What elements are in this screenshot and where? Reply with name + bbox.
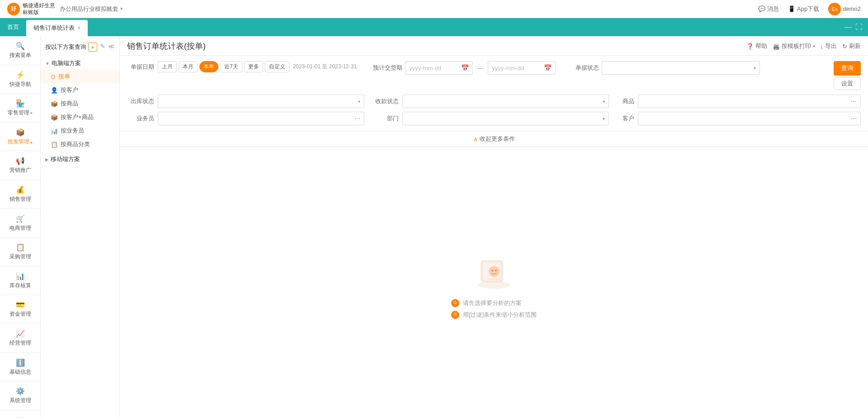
collapse-bar[interactable]: ∧ 收起更多条件 <box>120 131 868 147</box>
bill-status-label: 单据状态 <box>572 64 599 72</box>
date-btn-custom[interactable]: 自定义 <box>265 61 289 72</box>
delivery-status-arrow-icon: ▾ <box>358 99 360 104</box>
sidebar-item-basic[interactable]: ℹ️ 基础信息 <box>0 353 40 382</box>
scheme-item-by-order[interactable]: ⊙ 按单 <box>41 70 119 83</box>
collapse-scheme-icon[interactable]: ≪ <box>108 43 115 52</box>
template-print-button[interactable]: 🖨️ 按模板打印 ▾ <box>773 42 815 50</box>
salesperson-dots-icon[interactable]: ··· <box>354 114 360 123</box>
tab-close-icon[interactable]: × <box>77 25 80 31</box>
svg-rect-5 <box>490 281 499 282</box>
scheme-panel: 按以下方案查询 + ✎ ≪ ▼ 电脑端方案 ⊙ 按单 👤 <box>41 36 120 418</box>
wholesale-collapse-icon: ▴ <box>30 140 33 144</box>
query-button[interactable]: 查询 <box>834 61 861 76</box>
sidebar-item-wholesale[interactable]: 📦 批发管理 ▴ <box>0 123 40 152</box>
product-dots-icon[interactable]: ··· <box>851 97 857 105</box>
scheme-section-mobile-header[interactable]: ▶ 移动端方案 <box>41 153 119 166</box>
date-btn-last-month[interactable]: 上月 <box>158 61 177 72</box>
export-icon: ↓ <box>821 43 824 50</box>
expected-delivery-label: 预计交货期 <box>373 64 402 72</box>
product-label: 商品 <box>616 97 634 105</box>
sidebar-item-quick-nav[interactable]: ⚡ 快捷导航 <box>0 65 40 94</box>
help-button[interactable]: ❓ 帮助 <box>746 42 767 50</box>
sidebar-item-finance[interactable]: 💳 资金管理 <box>0 295 40 324</box>
title-arrow-icon[interactable]: ▾ <box>120 6 123 12</box>
search-icon: 🔍 <box>16 42 25 50</box>
sidebar-item-operations[interactable]: 📈 经营管理 <box>0 324 40 353</box>
scheme-item-by-salesperson[interactable]: 📊 按业务员 <box>41 124 119 138</box>
bill-status-select[interactable]: ▾ <box>602 61 760 75</box>
sidebar-item-purchase[interactable]: 📋 采购管理 <box>0 238 40 266</box>
top-bar: 好 畅捷通好生意 标账版 办公用品行业模拟账套 ▾ 💬 消息 📱 App下载 E… <box>0 0 868 18</box>
sidebar-item-marketing[interactable]: 📢 营销推广 <box>0 151 40 180</box>
help-icon: ❓ <box>746 43 754 50</box>
payment-status-label: 收款状态 <box>372 97 399 105</box>
query-settings-group: 查询 设置 <box>834 61 861 90</box>
add-scheme-button[interactable]: + <box>88 43 97 52</box>
customer-dots-icon[interactable]: ··· <box>851 114 857 123</box>
logo-area: 好 畅捷通好生意 标账版 <box>7 2 55 15</box>
svg-rect-4 <box>487 278 501 280</box>
date-label: 单据日期 <box>127 63 154 71</box>
main-layout: 🔍 搜索菜单 ⚡ 快捷导航 🏪 零售管理 ▾ 📦 批发管理 ▴ 📢 营销推广 <box>0 36 868 418</box>
app-title: 办公用品行业模拟账套 ▾ <box>60 5 123 13</box>
basic-icon: ℹ️ <box>16 358 25 367</box>
edit-scheme-icon[interactable]: ✎ <box>100 43 105 52</box>
tab-minimize-button[interactable]: — <box>844 23 852 31</box>
by-salesperson-icon: 📊 <box>51 128 58 134</box>
refresh-button[interactable]: ↻ 刷新 <box>842 42 861 50</box>
date-btn-7days[interactable]: 近7天 <box>220 61 242 72</box>
delivery-status-select[interactable]: ▾ <box>158 95 364 108</box>
sidebar-item-enterprise[interactable]: 🤝 企业协同 <box>0 410 40 418</box>
tab-home[interactable]: 首页 <box>0 18 26 36</box>
date-btn-this-year[interactable]: 本年 <box>199 61 218 72</box>
scheme-section-mobile: ▶ 移动端方案 <box>41 153 119 166</box>
tab-active[interactable]: 销售订单统计表 × <box>26 20 88 36</box>
sidebar-item-retail[interactable]: 🏪 零售管理 ▾ <box>0 94 40 123</box>
sidebar-item-sales[interactable]: 💰 销售管理 <box>0 180 40 209</box>
scheme-item-by-product[interactable]: 📦 按商品 <box>41 97 119 110</box>
by-order-icon: ⊙ <box>51 73 56 80</box>
date-btn-more[interactable]: 更多 <box>244 61 263 72</box>
print-icon: 🖨️ <box>773 43 780 50</box>
expected-delivery-end-input[interactable]: yyyy-mm-dd 📅 <box>488 61 556 75</box>
sidebar-item-system[interactable]: ⚙️ 系统管理 <box>0 381 40 410</box>
content-area: 按以下方案查询 + ✎ ≪ ▼ 电脑端方案 ⊙ 按单 👤 <box>41 36 868 418</box>
page-header: 销售订单统计表(按单) ❓ 帮助 🖨️ 按模板打印 ▾ ↓ 导出 <box>120 36 868 56</box>
sidebar-item-ecommerce[interactable]: 🛒 电商管理 <box>0 209 40 238</box>
top-bar-right: 💬 消息 📱 App下载 Ea demo2 <box>758 3 861 15</box>
expected-delivery-start-input[interactable]: yyyy-mm-dd 📅 <box>405 61 473 75</box>
bill-status-arrow-icon: ▾ <box>754 66 756 71</box>
department-arrow-icon: ▾ <box>603 116 605 121</box>
date-btn-this-month[interactable]: 本月 <box>179 61 198 72</box>
sidebar-item-inventory[interactable]: 📊 库存核算 <box>0 266 40 295</box>
tab-maximize-button[interactable]: ⛶ <box>855 23 863 31</box>
purchase-icon: 📋 <box>16 243 25 252</box>
by-product-icon: 📦 <box>51 100 58 107</box>
scheme-section-desktop-header[interactable]: ▼ 电脑端方案 <box>41 57 119 70</box>
date-range-text: 2023-01-01 至 2023-12-31 <box>293 63 357 71</box>
scheme-item-by-customer-product[interactable]: 📦 按客户+商品 <box>41 110 119 124</box>
sidebar-item-search[interactable]: 🔍 搜索菜单 <box>0 36 40 65</box>
message-icon: 💬 <box>758 5 765 12</box>
scheme-item-by-category[interactable]: 📋 按商品分类 <box>41 138 119 151</box>
payment-status-select[interactable]: ▾ <box>402 95 609 108</box>
tip-num-1: ① <box>451 299 459 307</box>
customer-select[interactable]: ··· <box>638 112 861 125</box>
user-profile[interactable]: Ea demo2 <box>828 3 861 15</box>
app-download-button[interactable]: 📱 App下载 <box>788 5 819 13</box>
calendar-start-icon: 📅 <box>461 64 469 71</box>
wholesale-icon: 📦 <box>16 128 25 137</box>
message-button[interactable]: 💬 消息 <box>758 5 779 13</box>
scheme-panel-actions: + ✎ ≪ <box>88 43 115 52</box>
main-content: 销售订单统计表(按单) ❓ 帮助 🖨️ 按模板打印 ▾ ↓ 导出 <box>120 36 868 418</box>
delivery-status-label: 出库状态 <box>127 97 154 105</box>
svg-point-3 <box>489 266 500 277</box>
sidebar: 🔍 搜索菜单 ⚡ 快捷导航 🏪 零售管理 ▾ 📦 批发管理 ▴ 📢 营销推广 <box>0 36 41 418</box>
customer-label: 客户 <box>616 114 634 123</box>
scheme-item-by-customer[interactable]: 👤 按客户 <box>41 83 119 97</box>
salesperson-select[interactable]: ··· <box>158 112 364 125</box>
department-select[interactable]: ▾ <box>402 112 609 125</box>
product-select[interactable]: ··· <box>638 95 861 108</box>
settings-button[interactable]: 设置 <box>834 77 861 90</box>
export-button[interactable]: ↓ 导出 <box>821 42 837 50</box>
